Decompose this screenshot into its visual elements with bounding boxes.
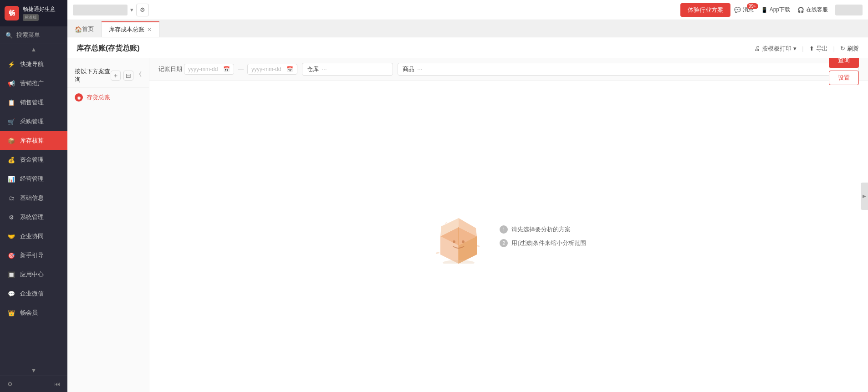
- tab-home[interactable]: 🏠 首页: [67, 21, 102, 37]
- printer-icon: 🖨: [754, 45, 760, 52]
- print-template-label: 按模板打印: [762, 45, 791, 53]
- scroll-up-btn[interactable]: ▲: [0, 44, 67, 55]
- headset-icon: 🎧: [797, 7, 804, 13]
- date-start-input[interactable]: yyyy-mm-dd 📅: [184, 64, 234, 75]
- settings-btn[interactable]: 设置: [829, 71, 859, 85]
- member-icon: 👑: [7, 309, 15, 317]
- scheme-label: 存货总账: [87, 93, 110, 102]
- export-label: 导出: [816, 45, 828, 53]
- phone-icon: 📱: [761, 7, 768, 13]
- filter-add-btn[interactable]: +: [111, 71, 121, 81]
- sidebar-item-enterprise[interactable]: 🤝 企业协同: [0, 227, 67, 246]
- sidebar-item-guide[interactable]: 🎯 新手引导: [0, 246, 67, 265]
- svg-point-7: [453, 240, 455, 243]
- topbar-settings-btn[interactable]: ⚙: [136, 4, 149, 16]
- online-service-btn[interactable]: 🎧 在线客服: [797, 6, 828, 14]
- user-avatar[interactable]: [835, 5, 863, 15]
- svg-rect-11: [477, 245, 480, 247]
- sidebar-bottom: ⚙ ⏮: [0, 376, 67, 392]
- app-badge: 标准版: [23, 14, 39, 21]
- product-label: 商品: [403, 65, 414, 73]
- sidebar-item-label: 销售管理: [20, 98, 44, 107]
- topbar-breadcrumb-placeholder: [73, 5, 128, 15]
- scheme-inventory-general[interactable]: ◉ 存货总账: [67, 90, 149, 105]
- operations-icon: 📊: [7, 175, 15, 183]
- date-filter-label: 记账日期: [158, 65, 182, 73]
- tip-num-2: 2: [500, 239, 508, 247]
- sidebar-item-app-center[interactable]: 🔲 应用中心: [0, 265, 67, 284]
- sidebar-item-label: 企业协同: [20, 232, 44, 240]
- query-btn[interactable]: 查询: [829, 58, 859, 68]
- scheme-sidebar: 按以下方案查询 + ⊟ 《 ◉ 存货总账: [67, 58, 149, 392]
- topbar-nav: ▾ ⚙: [73, 4, 677, 16]
- sidebar-item-label: 基础信息: [20, 194, 44, 202]
- export-btn[interactable]: ⬆ 导出: [809, 45, 828, 53]
- settings-icon[interactable]: ⚙: [7, 381, 13, 387]
- print-template-btn[interactable]: 🖨 按模板打印 ▾: [754, 45, 797, 53]
- page-actions: 🖨 按模板打印 ▾ | ⬆ 导出 | ↻ 刷新: [754, 45, 859, 53]
- svg-point-8: [462, 240, 465, 243]
- date-start-placeholder: yyyy-mm-dd: [188, 66, 218, 72]
- sidebar-item-marketing[interactable]: 📢 营销推广: [0, 74, 67, 93]
- industry-btn[interactable]: 体验行业方案: [680, 3, 730, 17]
- search-menu-label: 搜索菜单: [16, 31, 40, 39]
- guide-icon: 🎯: [7, 251, 15, 260]
- tabs-bar: 🏠 首页 库存成本总账 ✕: [67, 20, 868, 37]
- system-icon: ⚙: [7, 213, 15, 221]
- refresh-icon: ↻: [840, 45, 845, 52]
- collapse-icon[interactable]: ⏮: [54, 381, 60, 387]
- topbar-right: 💬 消息 99+ 📱 App下载 🎧 在线客服: [734, 5, 863, 15]
- filter-collapse-btn[interactable]: 《: [136, 71, 142, 81]
- sidebar-item-label: 经营管理: [20, 175, 44, 183]
- sidebar-item-finance[interactable]: 💰 资金管理: [0, 150, 67, 169]
- search-menu[interactable]: 🔍 搜索菜单: [0, 26, 67, 44]
- chevron-down-icon[interactable]: ▾: [130, 6, 133, 13]
- online-service-label: 在线客服: [806, 6, 828, 14]
- tip-num-1: 1: [500, 225, 508, 234]
- panel-close-btn[interactable]: ✕: [853, 44, 859, 51]
- message-icon: 💬: [734, 7, 741, 13]
- calendar-start-icon[interactable]: 📅: [223, 66, 230, 72]
- purchase-icon: 🛒: [7, 117, 15, 126]
- page-title: 库存总账(存货总账): [77, 44, 140, 53]
- warehouse-more-icon[interactable]: ···: [322, 66, 327, 73]
- export-icon: ⬆: [809, 45, 814, 52]
- sidebar-item-basic[interactable]: 🗂 基础信息: [0, 188, 67, 208]
- page-content: 库存总账(存货总账) 🖨 按模板打印 ▾ | ⬆ 导出 | ↻ 刷新: [67, 37, 868, 392]
- empty-illustration: [431, 209, 486, 264]
- sidebar-item-label: 应用中心: [20, 270, 44, 279]
- product-filter[interactable]: 商品 ···: [398, 63, 859, 76]
- sidebar-item-wechat[interactable]: 💬 企业微信: [0, 284, 67, 303]
- sidebar-item-member[interactable]: 👑 畅会员: [0, 303, 67, 322]
- tab-close-icon[interactable]: ✕: [147, 26, 152, 33]
- date-filter: 记账日期 yyyy-mm-dd 📅 — yyyy-mm-dd 📅: [158, 64, 297, 75]
- sidebar-item-operations[interactable]: 📊 经营管理: [0, 169, 67, 188]
- product-more-icon[interactable]: ···: [417, 66, 423, 73]
- filter-schema-btn[interactable]: ⊟: [123, 71, 133, 81]
- scroll-down-btn[interactable]: ▼: [0, 365, 67, 376]
- tip-item-1: 1 请先选择要分析的方案: [500, 225, 586, 234]
- sidebar-item-label: 资金管理: [20, 156, 44, 164]
- sidebar-item-system[interactable]: ⚙ 系统管理: [0, 208, 67, 227]
- tab-inventory-cost[interactable]: 库存成本总账 ✕: [102, 21, 159, 37]
- sidebar-item-inventory[interactable]: 📦 库存核算: [0, 131, 67, 150]
- app-download-btn[interactable]: 📱 App下载: [761, 6, 790, 14]
- date-end-input[interactable]: yyyy-mm-dd 📅: [247, 64, 297, 75]
- sidebar-item-label: 系统管理: [20, 213, 44, 221]
- sidebar-item-label: 畅会员: [20, 309, 38, 317]
- basic-icon: 🗂: [7, 194, 15, 202]
- wechat-icon: 💬: [7, 290, 15, 298]
- tip-text-2: 用[过滤]条件来缩小分析范围: [511, 239, 586, 247]
- sidebar-item-quick-nav[interactable]: ⚡ 快捷导航: [0, 55, 67, 74]
- app-logo: 畅 畅捷通好生意 标准版: [0, 0, 67, 26]
- right-panel-toggle[interactable]: ▶: [861, 183, 868, 210]
- message-badge: 99+: [747, 3, 758, 9]
- message-btn[interactable]: 💬 消息 99+: [734, 6, 754, 14]
- app-name: 畅捷通好生意: [23, 5, 56, 13]
- svg-rect-10: [436, 252, 440, 254]
- warehouse-filter[interactable]: 仓库 ···: [302, 63, 393, 76]
- sidebar-item-sales[interactable]: 📋 销售管理: [0, 93, 67, 112]
- calendar-end-icon[interactable]: 📅: [286, 66, 293, 72]
- chevron-down-small-icon: ▾: [793, 45, 797, 52]
- sidebar-item-purchase[interactable]: 🛒 采购管理: [0, 112, 67, 131]
